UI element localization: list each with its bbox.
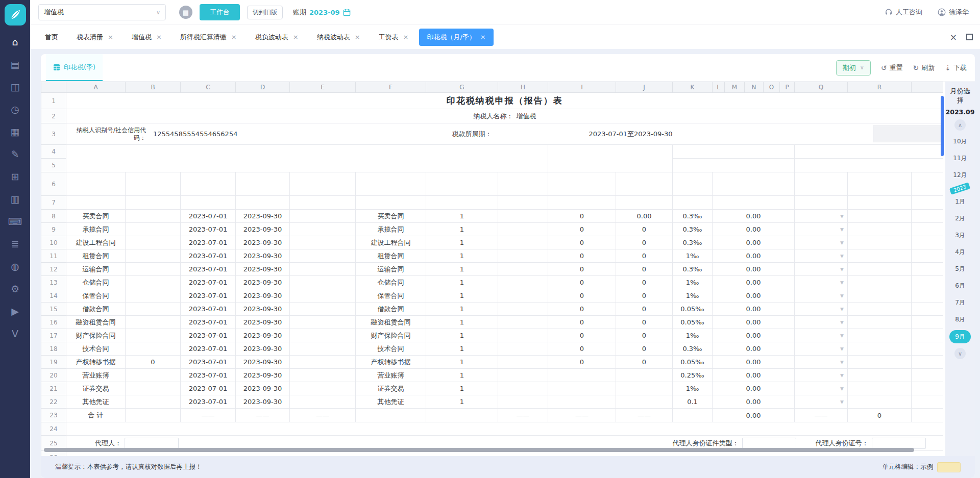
row-number[interactable]: 8: [41, 210, 66, 223]
cell-relief-ratio[interactable]: [912, 369, 943, 382]
relief-code-select[interactable]: ▼: [795, 356, 848, 369]
subtab-stamp-tax-quarter[interactable]: 印花税(季): [46, 54, 103, 81]
cell-sub-item[interactable]: [126, 236, 181, 249]
month-item[interactable]: 3月: [955, 227, 965, 244]
column-letter[interactable]: I: [548, 82, 616, 93]
month-item[interactable]: 8月: [955, 311, 965, 328]
close-tab-icon[interactable]: ×: [108, 33, 113, 41]
cell-ratio[interactable]: 0: [616, 249, 673, 263]
cell-period-end[interactable]: 2023-09-30: [236, 276, 290, 289]
cell-ratio[interactable]: 0: [616, 329, 673, 342]
cell-cert-name[interactable]: 建设工程合同: [356, 236, 426, 249]
close-tab-icon[interactable]: ×: [156, 33, 162, 41]
column-letter[interactable]: F: [356, 82, 426, 93]
scroll-down-button[interactable]: ∨: [954, 348, 966, 359]
cell-tax-amount[interactable]: 0.00: [713, 356, 795, 369]
cell-cert-name[interactable]: 融资租赁合同: [356, 316, 426, 329]
cell-rate[interactable]: 1‰: [673, 382, 713, 395]
row-number[interactable]: 4: [41, 145, 66, 159]
cell-cert-no[interactable]: [290, 223, 356, 236]
cell-tax-amount[interactable]: 0.00: [713, 223, 795, 236]
cell-period-end[interactable]: 2023-09-30: [236, 236, 290, 249]
column-letter[interactable]: [912, 82, 943, 93]
column-letter[interactable]: G: [426, 82, 498, 93]
calendar-icon[interactable]: [343, 9, 351, 16]
cell-ratio[interactable]: 0: [616, 223, 673, 236]
voucher-icon[interactable]: ▤: [179, 6, 192, 19]
relief-code-select[interactable]: ▼: [795, 342, 848, 356]
archives-icon[interactable]: ≣: [0, 233, 30, 255]
close-all-tabs-icon[interactable]: ×: [950, 32, 957, 42]
cell-cert-name[interactable]: 其他凭证: [356, 395, 426, 409]
row-number[interactable]: 15: [41, 303, 66, 316]
cell-rate[interactable]: 0.3‰: [673, 210, 713, 223]
cell-relief-amount[interactable]: [848, 356, 912, 369]
terminal-icon[interactable]: ⌨: [0, 210, 30, 233]
cell-ratio[interactable]: 0: [616, 236, 673, 249]
cell-relief-ratio[interactable]: [912, 316, 943, 329]
cell-sub-item[interactable]: [126, 316, 181, 329]
cell-sub-item[interactable]: [126, 303, 181, 316]
fullscreen-icon[interactable]: [966, 34, 973, 40]
cell-period-end[interactable]: 2023-09-30: [236, 342, 290, 356]
cell-cert-name[interactable]: 产权转移书据: [356, 356, 426, 369]
month-item[interactable]: 6月: [955, 278, 965, 294]
row-number[interactable]: 1: [41, 93, 66, 109]
cell-tax-base[interactable]: [548, 395, 616, 409]
cell-period-end[interactable]: 2023-09-30: [236, 395, 290, 409]
cell-cert-qty[interactable]: 1: [426, 382, 498, 395]
cell-cert-date[interactable]: [498, 382, 548, 395]
column-letter[interactable]: M: [725, 82, 745, 93]
month-item[interactable]: 4月: [955, 244, 965, 261]
cell-tax-item[interactable]: 租赁合同: [66, 249, 126, 263]
cell-cert-no[interactable]: [290, 382, 356, 395]
home-icon[interactable]: ⌂: [0, 31, 30, 53]
download-button[interactable]: ⇣ 下载: [945, 63, 967, 72]
tax-forms-icon[interactable]: ⊞: [0, 165, 30, 188]
row-number[interactable]: 7: [41, 196, 66, 210]
row-number[interactable]: 13: [41, 276, 66, 289]
cell-rate[interactable]: 0.3‰: [673, 236, 713, 249]
cell-tax-item[interactable]: 融资租赁合同: [66, 316, 126, 329]
cell-cert-no[interactable]: [290, 329, 356, 342]
relief-code-select[interactable]: ▼: [795, 316, 848, 329]
cell-ratio[interactable]: 0.00: [616, 210, 673, 223]
cell-tax-item[interactable]: 技术合同: [66, 342, 126, 356]
cell-cert-qty[interactable]: 1: [426, 276, 498, 289]
row-number[interactable]: 20: [41, 369, 66, 382]
cell-tax-amount[interactable]: 0.00: [713, 289, 795, 303]
cell-relief-ratio[interactable]: [912, 236, 943, 249]
relief-code-select[interactable]: ▼: [795, 369, 848, 382]
cell-tax-base[interactable]: 0: [548, 210, 616, 223]
cell-cert-date[interactable]: [498, 263, 548, 276]
cell-cert-date[interactable]: [498, 276, 548, 289]
cell-tax-item[interactable]: 产权转移书据: [66, 356, 126, 369]
reset-button[interactable]: ↺ 重置: [881, 63, 903, 72]
column-letter[interactable]: E: [290, 82, 356, 93]
month-item[interactable]: 10月: [953, 133, 967, 150]
close-tab-icon[interactable]: ×: [480, 33, 486, 41]
relief-code-select[interactable]: ▼: [795, 210, 848, 223]
row-number[interactable]: 5: [41, 159, 66, 172]
reports-icon[interactable]: ◫: [0, 76, 30, 98]
cell-cert-qty[interactable]: 1: [426, 289, 498, 303]
cell-tax-item[interactable]: 财产保险合同: [66, 329, 126, 342]
cell-tax-amount[interactable]: 0.00: [713, 395, 795, 409]
tab-item[interactable]: 纳税波动表×: [309, 29, 368, 46]
row-number[interactable]: 23: [41, 409, 66, 422]
cell-ratio[interactable]: 0: [616, 356, 673, 369]
consult-link[interactable]: 人工咨询: [885, 8, 922, 17]
cell-tax-item[interactable]: 证券交易: [66, 382, 126, 395]
user-menu[interactable]: 徐泽华: [938, 8, 969, 17]
cell-period-start[interactable]: 2023-07-01: [181, 395, 236, 409]
column-letter[interactable]: D: [236, 82, 290, 93]
cell-tax-base[interactable]: 0: [548, 276, 616, 289]
cell-period-end[interactable]: 2023-09-30: [236, 249, 290, 263]
cell-cert-no[interactable]: [290, 369, 356, 382]
cell-tax-base[interactable]: 0: [548, 236, 616, 249]
cell-period-end[interactable]: 2023-09-30: [236, 303, 290, 316]
close-tab-icon[interactable]: ×: [403, 33, 409, 41]
company-select[interactable]: 增值税 ∨: [38, 4, 166, 20]
cell-tax-item[interactable]: 其他凭证: [66, 395, 126, 409]
cell-period-start[interactable]: 2023-07-01: [181, 210, 236, 223]
